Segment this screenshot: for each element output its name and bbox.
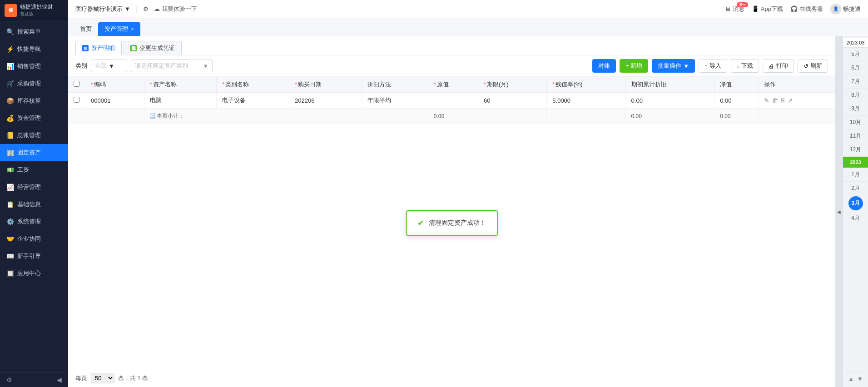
subtotal-row: ▦ 本页小计： 0.00 0.00 0.00 xyxy=(68,109,835,124)
sidebar-item-basic-info[interactable]: 📋基础信息 xyxy=(0,196,68,213)
sidebar-bottom: ⚙ ◀ xyxy=(0,372,68,387)
settings-action[interactable]: ⚙ xyxy=(143,5,149,12)
row-checkbox[interactable] xyxy=(74,97,79,103)
select-all-checkbox[interactable] xyxy=(74,81,79,87)
panel-toggle[interactable]: ◀ xyxy=(835,36,843,387)
table-row: 000001 电脑 电子设备 202206 年限平均 60 5.0000 0.0… xyxy=(68,93,835,109)
tab-home[interactable]: 首页 xyxy=(75,22,96,36)
category-search-input[interactable]: 请选择固定资产类别 ▼ xyxy=(131,60,213,72)
sidebar-item-ledger[interactable]: 📒总账管理 xyxy=(0,127,68,144)
sidebar-item-fixed-assets[interactable]: 🏢固定资产 xyxy=(0,144,68,161)
toast-success-icon: ✔ xyxy=(417,218,424,228)
settings-icon[interactable]: ⚙ xyxy=(6,376,12,383)
company-selector[interactable]: 医疗器械行业演示 ▼ xyxy=(75,5,130,13)
gear-icon: ⚙ xyxy=(143,5,149,12)
sidebar-item-purchase[interactable]: 🛒采购管理 xyxy=(0,75,68,92)
company-name: 医疗器械行业演示 xyxy=(75,5,123,13)
cal-month-12月[interactable]: 12月 xyxy=(843,143,868,157)
customer-service-action[interactable]: 🎧 在线客服 xyxy=(790,5,823,13)
sidebar-item-inventory[interactable]: 📦库存核算 xyxy=(0,92,68,109)
row-name: 电脑 xyxy=(144,93,217,109)
toolbar: 类别 全部 ▼ 请选择固定资产类别 ▼ 对账 + 新增 xyxy=(68,55,835,77)
asset-detail-icon: ▦ xyxy=(82,45,89,51)
sidebar-item-quick-nav[interactable]: ⚡快捷导航 xyxy=(0,40,68,58)
tab-close-icon[interactable]: × xyxy=(131,26,134,32)
system-icon: ⚙️ xyxy=(6,218,14,225)
user-action[interactable]: 👤 畅捷通 xyxy=(830,4,861,15)
collapse-icon[interactable]: ◀ xyxy=(57,376,62,383)
th-actions: 操作 xyxy=(758,77,835,93)
funds-icon: 💰 xyxy=(6,114,14,122)
sidebar-item-enterprise[interactable]: 🤝企业协同 xyxy=(0,230,68,248)
reconcile-label: 对账 xyxy=(598,62,610,70)
new-button[interactable]: + 新增 xyxy=(620,59,648,73)
batch-button[interactable]: 批量操作 ▼ xyxy=(652,59,695,73)
sidebar-item-payroll[interactable]: 💵工资 xyxy=(0,161,68,179)
sub-tabs: ▦ 资产明细 📄 变更生成凭证 xyxy=(68,36,835,55)
print-button[interactable]: 🖨 打印 xyxy=(763,59,794,73)
reconcile-button[interactable]: 对账 xyxy=(592,59,616,73)
cal-month-11月[interactable]: 11月 xyxy=(843,129,868,143)
sidebar-item-sales[interactable]: 📊销售管理 xyxy=(0,58,68,75)
cal-active-month[interactable]: 3月 xyxy=(848,196,863,211)
app-title-group: 畅捷通好业财 普及版 xyxy=(20,4,53,17)
delete-row-button[interactable]: 🗑 xyxy=(772,97,779,104)
cal-month-1月[interactable]: 1月 xyxy=(843,168,868,182)
new-label: + 新增 xyxy=(625,62,642,70)
calendar-items: 5月6月7月8月9月10月11月12月20231月2月3月4月 xyxy=(843,48,868,372)
sidebar-item-funds[interactable]: 💰资金管理 xyxy=(0,109,68,127)
app-download-action[interactable]: 📱 App下载 xyxy=(752,5,783,13)
tab-asset-management[interactable]: 资产管理 × xyxy=(98,22,140,36)
row-original-value xyxy=(428,93,478,109)
cal-month-2月[interactable]: 2月 xyxy=(843,182,868,195)
cal-month-6月[interactable]: 6月 xyxy=(843,61,868,75)
category-value: 全部 xyxy=(95,62,107,70)
subtotal-label: 本页小计： xyxy=(157,113,184,119)
cal-month-9月[interactable]: 9月 xyxy=(843,102,868,116)
topbar-divider: | xyxy=(136,5,138,13)
category-placeholder: 请选择固定资产类别 xyxy=(135,62,188,70)
row-depreciation-method: 年限平均 xyxy=(362,93,428,109)
edit-row-button[interactable]: ✎ xyxy=(764,97,769,104)
sidebar-item-app-center[interactable]: 🔲应用中心 xyxy=(0,265,68,282)
cal-month-4[interactable]: 4月 xyxy=(843,212,868,225)
copy-row-button[interactable]: ⎘ xyxy=(781,97,785,104)
cal-month-10月[interactable]: 10月 xyxy=(843,116,868,129)
more-row-button[interactable]: ↗ xyxy=(788,97,793,104)
app-logo: 畅 xyxy=(5,4,17,17)
sidebar-label-system: 系统管理 xyxy=(17,218,41,226)
cal-month-7月[interactable]: 7月 xyxy=(843,75,868,89)
per-page-label: 每页 xyxy=(75,374,87,382)
sidebar-header: 畅 畅捷通好业财 普及版 xyxy=(0,0,68,21)
topbar: 医疗器械行业演示 ▼ | ⚙ ☁ 我要体验一下 🖥 消息 99+ 📱 App下载… xyxy=(68,0,868,18)
cal-up-icon[interactable]: ▲ xyxy=(848,375,854,382)
sub-tab-voucher[interactable]: 📄 变更生成凭证 xyxy=(124,41,182,55)
import-button[interactable]: ↑ 导入 xyxy=(699,59,727,73)
experience-btn[interactable]: ☁ 我要体验一下 xyxy=(154,5,197,13)
download-button[interactable]: ↓ 下载 xyxy=(731,59,759,73)
topbar-right: 🖥 消息 99+ 📱 App下载 🎧 在线客服 👤 畅捷通 xyxy=(725,4,861,15)
total-label: 条，共 1 条 xyxy=(118,374,148,382)
tabbar: 首页 资产管理 × xyxy=(68,18,868,36)
sidebar-item-search[interactable]: 🔍搜索菜单 xyxy=(0,23,68,40)
cal-month-5月[interactable]: 5月 xyxy=(843,48,868,61)
sidebar-item-guide[interactable]: 📖新手引导 xyxy=(0,248,68,265)
app-download-label: App下载 xyxy=(761,5,783,13)
import-label: 导入 xyxy=(709,62,721,70)
row-initial-depreciation: 0.00 xyxy=(625,93,714,109)
refresh-button[interactable]: ↺ 刷新 xyxy=(798,59,828,73)
message-action[interactable]: 🖥 消息 99+ xyxy=(725,5,744,13)
app-subtitle: 普及版 xyxy=(20,11,53,17)
sidebar-item-system[interactable]: ⚙️系统管理 xyxy=(0,213,68,230)
sidebar-label-ledger: 总账管理 xyxy=(17,131,41,139)
page-size-select[interactable]: 50 100 200 xyxy=(91,373,114,383)
sidebar-item-operations[interactable]: 📈经营管理 xyxy=(0,179,68,196)
cal-month-8月[interactable]: 8月 xyxy=(843,89,868,102)
th-name: *资产名称 xyxy=(144,77,217,93)
sub-tab-asset-detail[interactable]: ▦ 资产明细 xyxy=(75,41,122,55)
cal-down-icon[interactable]: ▼ xyxy=(857,375,863,382)
sidebar-label-search: 搜索菜单 xyxy=(17,28,41,36)
category-filter-select[interactable]: 全部 ▼ xyxy=(91,60,127,72)
category-dropdown-icon: ▼ xyxy=(109,63,114,69)
right-side: ◀ 2023.03 5月6月7月8月9月10月11月12月20231月2月3月4… xyxy=(835,36,868,387)
